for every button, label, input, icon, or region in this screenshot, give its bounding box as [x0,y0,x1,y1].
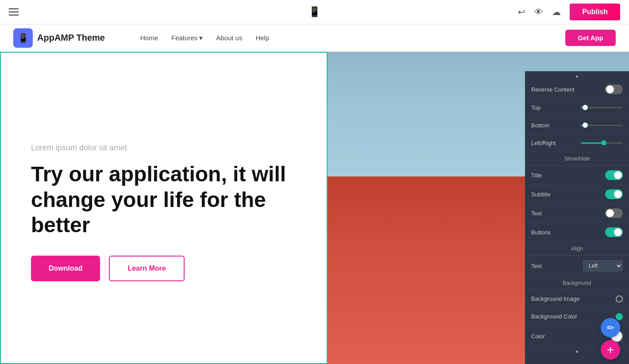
toolbar-right: ↩ 👁 ☁ Publish [518,4,620,20]
top-label: Top [531,104,540,111]
bg-color-radio[interactable] [616,313,623,320]
hero-buttons: Download Learn More [31,256,301,281]
subtitle-toggle[interactable] [605,189,623,199]
text-align-select[interactable]: Left Center Right [583,260,623,272]
toolbar-center: 📱 [309,6,320,18]
bottom-slider[interactable] [581,125,623,126]
phone-icon[interactable]: 📱 [309,6,320,18]
scroll-up-indicator[interactable]: ▲ [525,71,629,80]
top-slider[interactable] [581,107,623,108]
text-align-row: Text Left Center Right [525,256,629,276]
bottom-label: Bottom [531,122,549,129]
text-toggle[interactable] [605,208,623,218]
reverse-content-label: Reverse Content [531,86,575,93]
edit-fab[interactable]: ✏ [601,318,620,337]
bg-color-label: Background Color [531,313,577,320]
subtitle-toggle-label: Subtitle [531,191,550,198]
undo-icon[interactable]: ↩ [518,7,525,17]
subtitle-toggle-row: Subtitle [525,185,629,204]
add-fab[interactable]: + [601,340,620,360]
nav-link-home[interactable]: Home [140,34,158,42]
text-toggle-row: Text [525,204,629,223]
nav-links: Home Features ▾ About us Help [140,34,269,42]
cloud-icon[interactable]: ☁ [552,7,561,17]
bg-image-label: Background Image [531,295,579,302]
top-row: Top [525,99,629,117]
top-toolbar: 📱 ↩ 👁 ☁ Publish [0,0,629,24]
bg-image-row: Background Image [525,290,629,308]
bg-image-radio[interactable] [616,295,623,303]
text-toggle-label: Text [531,210,542,217]
buttons-toggle-label: Buttons [531,229,551,236]
reverse-content-row: Reverse Content [525,80,629,99]
buttons-toggle[interactable] [605,227,623,237]
learn-more-button[interactable]: Learn More [109,256,184,281]
logo-text: AppAMP Theme [37,33,105,43]
nav-bar: 📱 AppAMP Theme Home Features ▾ About us … [0,24,629,52]
align-title: Align [525,242,629,256]
hero-title: Try our application, it will change your… [31,161,301,238]
reverse-content-toggle[interactable] [605,84,623,94]
hero-section: Lorem ipsum dolor sit amet Try our appli… [0,52,629,364]
hero-subtitle: Lorem ipsum dolor sit amet [31,143,301,153]
hero-right: ↕ ⬇ </> ⚙ 🗑 ▲ Reverse Content [328,52,629,364]
nav-link-help[interactable]: Help [255,34,269,42]
hamburger-icon[interactable] [9,8,19,15]
eye-icon[interactable]: 👁 [534,7,543,17]
title-toggle[interactable] [605,170,623,180]
nav-link-features[interactable]: Features ▾ [171,34,203,42]
hero-left: Lorem ipsum dolor sit amet Try our appli… [0,52,328,364]
leftright-label: Left/Right [531,140,556,146]
text-align-label: Text [531,263,542,269]
download-button[interactable]: Download [31,256,100,281]
nav-link-about[interactable]: About us [216,34,242,42]
toolbar-left [9,8,19,15]
show-hide-title: Show/Hide [525,152,629,166]
leftright-slider[interactable] [581,142,623,144]
background-title: Background [525,276,629,290]
leftright-row: Left/Right [525,134,629,152]
page-area: 📱 AppAMP Theme Home Features ▾ About us … [0,24,629,364]
logo-icon: 📱 [13,28,33,48]
chevron-down-icon: ▾ [199,34,203,42]
color-label: Color [531,333,545,340]
publish-button[interactable]: Publish [570,4,620,20]
title-toggle-label: Title [531,172,542,179]
get-app-button[interactable]: Get App [565,30,616,46]
bottom-row: Bottom [525,117,629,134]
title-toggle-row: Title [525,166,629,185]
buttons-toggle-row: Buttons [525,223,629,242]
nav-logo: 📱 AppAMP Theme [13,28,105,48]
